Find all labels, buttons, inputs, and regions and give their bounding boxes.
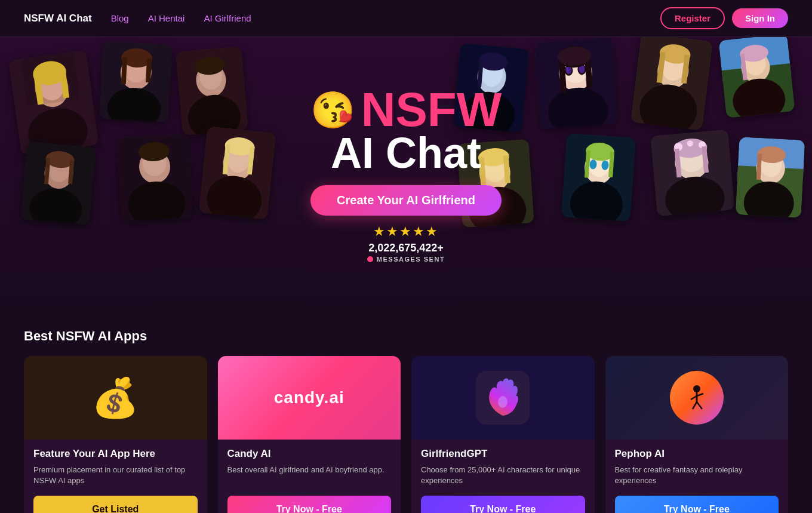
hero-image-14 bbox=[736, 137, 805, 218]
svg-point-94 bbox=[698, 141, 706, 149]
svg-point-90 bbox=[663, 174, 727, 217]
svg-point-53 bbox=[557, 45, 592, 69]
hero-image-12 bbox=[561, 133, 635, 222]
app-pephop-image bbox=[605, 356, 789, 440]
svg-rect-37 bbox=[223, 145, 230, 175]
svg-point-92 bbox=[673, 137, 708, 159]
svg-rect-54 bbox=[558, 57, 567, 93]
try-candy-button[interactable]: Try Now - Free bbox=[227, 496, 392, 513]
hero-title-nsfw: NSFW bbox=[361, 86, 502, 134]
svg-point-23 bbox=[47, 156, 71, 183]
app-gpt-title: GirlfriendGPT bbox=[421, 448, 585, 460]
svg-point-58 bbox=[656, 51, 691, 90]
app-pephop-desc: Best for creative fantasy and roleplay e… bbox=[615, 465, 779, 486]
svg-point-70 bbox=[739, 44, 770, 63]
svg-point-16 bbox=[195, 62, 227, 98]
svg-point-43 bbox=[478, 51, 508, 72]
svg-point-22 bbox=[27, 186, 84, 225]
svg-rect-99 bbox=[737, 137, 805, 179]
hero-image-8 bbox=[534, 38, 618, 130]
hero-section: 😘 NSFW AI Chat Create Your AI Girlfriend… bbox=[0, 37, 812, 312]
hero-image-10 bbox=[719, 37, 795, 118]
hero-title-aichat: AI Chat bbox=[331, 131, 481, 174]
hero-emoji: 😘 bbox=[310, 89, 355, 131]
messages-sent-label: MESSAGES SENT bbox=[377, 256, 445, 263]
register-button[interactable]: Register bbox=[660, 7, 725, 29]
hero-cta-button[interactable]: Create Your AI Girlfriend bbox=[310, 185, 502, 216]
hero-message-count: 2,022,675,422+ bbox=[368, 242, 444, 254]
gpt-icon bbox=[476, 371, 530, 425]
svg-rect-26 bbox=[68, 160, 74, 184]
svg-point-91 bbox=[677, 145, 706, 173]
app-candy-image: candy.ai bbox=[218, 356, 401, 440]
app-gpt-body: GirlfriendGPT Choose from 25,000+ AI cha… bbox=[411, 440, 595, 513]
app-pephop-title: Pephop AI bbox=[615, 448, 779, 460]
money-bag-icon: 💰 bbox=[91, 376, 139, 420]
svg-point-33 bbox=[222, 143, 255, 182]
svg-point-19 bbox=[194, 56, 225, 76]
svg-rect-3 bbox=[20, 52, 80, 107]
svg-rect-8 bbox=[100, 41, 173, 122]
app-card-pephop: Pephop AI Best for creative fantasy and … bbox=[605, 356, 789, 513]
svg-point-60 bbox=[660, 51, 687, 82]
hero-image-6 bbox=[199, 126, 276, 219]
app-card-feature: 💰 Feature Your AI App Here Premium place… bbox=[24, 356, 207, 513]
app-candy-desc: Best overall AI girlfriend and AI boyfri… bbox=[227, 465, 392, 486]
try-pephop-button[interactable]: Try Now - Free bbox=[615, 496, 779, 513]
nav-link-girlfriend[interactable]: AI Girlfriend bbox=[204, 13, 251, 23]
hero-stars: ★★★★★ bbox=[373, 224, 439, 239]
svg-point-107 bbox=[693, 385, 700, 392]
hero-image-1 bbox=[8, 50, 99, 156]
svg-point-2 bbox=[25, 105, 91, 155]
svg-point-84 bbox=[601, 160, 609, 170]
svg-point-89 bbox=[673, 145, 710, 181]
svg-point-51 bbox=[565, 65, 572, 74]
svg-point-80 bbox=[583, 149, 614, 185]
svg-point-4 bbox=[36, 67, 66, 102]
svg-rect-6 bbox=[33, 75, 44, 105]
svg-point-69 bbox=[743, 50, 767, 76]
svg-point-95 bbox=[687, 140, 693, 147]
svg-point-93 bbox=[674, 142, 683, 151]
svg-point-18 bbox=[198, 63, 223, 91]
svg-point-61 bbox=[659, 42, 692, 65]
svg-rect-38 bbox=[247, 147, 255, 175]
svg-point-106 bbox=[498, 396, 508, 408]
svg-rect-15 bbox=[176, 46, 248, 135]
nav-left: NSFW AI Chat Blog AI Hentai AI Girlfrien… bbox=[24, 13, 251, 24]
svg-point-50 bbox=[577, 64, 586, 75]
svg-point-12 bbox=[121, 48, 153, 69]
svg-rect-55 bbox=[585, 55, 593, 88]
svg-rect-71 bbox=[740, 54, 748, 80]
svg-rect-20 bbox=[21, 142, 96, 225]
app-feature-image: 💰 bbox=[24, 356, 207, 440]
svg-rect-86 bbox=[585, 150, 590, 177]
nav-link-hentai[interactable]: AI Hentai bbox=[148, 13, 185, 23]
svg-rect-13 bbox=[121, 57, 127, 84]
svg-rect-14 bbox=[146, 59, 152, 82]
svg-point-101 bbox=[755, 152, 786, 185]
svg-point-67 bbox=[740, 50, 771, 84]
svg-point-1 bbox=[32, 67, 70, 109]
app-feature-desc: Premium placement in our curated list of… bbox=[33, 465, 198, 486]
svg-rect-27 bbox=[117, 134, 193, 221]
svg-point-104 bbox=[756, 146, 786, 164]
svg-point-9 bbox=[119, 56, 152, 91]
svg-point-102 bbox=[743, 180, 795, 218]
svg-point-21 bbox=[43, 156, 74, 190]
svg-rect-64 bbox=[719, 37, 795, 118]
svg-rect-25 bbox=[44, 158, 51, 184]
svg-rect-96 bbox=[674, 149, 681, 178]
svg-point-46 bbox=[558, 54, 593, 92]
app-card-candy: candy.ai Candy AI Best overall AI girlfr… bbox=[218, 356, 401, 513]
svg-rect-32 bbox=[199, 126, 276, 219]
get-listed-button[interactable]: Get Listed bbox=[33, 496, 198, 513]
svg-line-112 bbox=[697, 402, 702, 409]
nav-link-blog[interactable]: Blog bbox=[111, 13, 129, 23]
pephop-icon bbox=[670, 371, 724, 425]
app-candy-body: Candy AI Best overall AI girlfriend and … bbox=[218, 440, 401, 513]
signin-button[interactable]: Sign In bbox=[732, 8, 788, 28]
try-gpt-button[interactable]: Try Now - Free bbox=[421, 496, 585, 513]
hero-image-4 bbox=[21, 142, 96, 225]
app-pephop-body: Pephop AI Best for creative fantasy and … bbox=[605, 440, 789, 513]
